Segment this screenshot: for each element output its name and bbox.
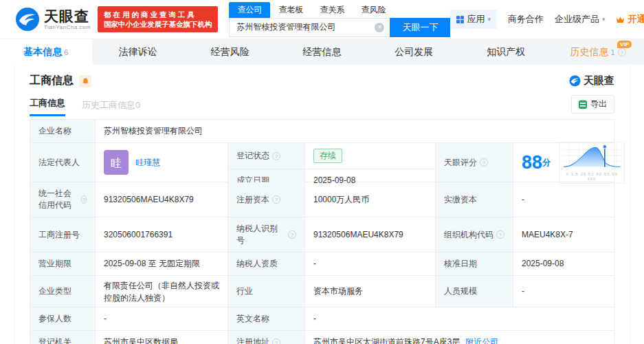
tab-operating-info[interactable]: 经营信息 bbox=[276, 39, 368, 65]
subtab-history-info[interactable]: 历史工商信息0 bbox=[82, 99, 140, 116]
menu-business-label: 商务合作 bbox=[508, 13, 544, 25]
paid-capital-value: - bbox=[513, 182, 614, 217]
field-label: 统一社会信用代码 bbox=[30, 182, 96, 217]
help-icon[interactable] bbox=[480, 158, 488, 166]
org-code-value: MAEU4K8X-7 bbox=[513, 217, 614, 252]
nearby-companies-link[interactable]: 附近公司 bbox=[465, 336, 498, 344]
export-button[interactable]: 导出 bbox=[571, 95, 614, 114]
menu-apps-label: 应用 bbox=[467, 13, 485, 25]
field-label: 纳税人识别号 bbox=[228, 217, 305, 252]
menu-enterprise-products[interactable]: 企业级产品 ▾ bbox=[555, 13, 606, 25]
help-icon[interactable] bbox=[288, 230, 296, 239]
search-tab-risk[interactable]: 查风险 bbox=[353, 2, 394, 18]
help-icon[interactable] bbox=[618, 48, 626, 56]
main-content: 工商信息 天眼查 工商信息 历史工商信息0 导出 企业名称 苏州智核投资管理有限… bbox=[0, 65, 644, 344]
score-axis-ticks: 0 1 5 25 50 80 95 99 100 bbox=[562, 172, 622, 183]
help-icon[interactable] bbox=[272, 338, 280, 344]
taxpayer-id-value: 91320506MAEU4K8X79 bbox=[305, 217, 436, 252]
tab-company-development[interactable]: 公司发展 bbox=[368, 39, 460, 65]
menu-business-coop[interactable]: 商务合作 bbox=[508, 13, 544, 25]
search-area: 查公司 查老板 查关系 查风险 天眼一下 bbox=[229, 2, 450, 37]
search-tab-company[interactable]: 查公司 bbox=[229, 2, 270, 18]
score-cell[interactable]: 88 分 bbox=[513, 143, 633, 182]
tab-legal-label: 法律诉讼 bbox=[119, 46, 157, 58]
staff-size-value: - bbox=[513, 276, 614, 307]
reg-address-label: 注册地址 bbox=[236, 336, 269, 344]
field-label: 工商注册号 bbox=[30, 217, 96, 252]
taxpayer-id-label: 纳税人识别号 bbox=[236, 223, 285, 246]
promo-banner: 都在用的商业查询工具 国家中小企业发展子基金旗下机构 bbox=[98, 6, 219, 32]
field-label: 企业名称 bbox=[30, 120, 96, 142]
tab-basic-info-count: 6 bbox=[64, 48, 68, 56]
section-title: 工商信息 bbox=[30, 74, 74, 88]
table-row: 工商注册号 320506001766391 纳税人识别号 91320506MAE… bbox=[30, 217, 614, 252]
tab-operating-label: 经营信息 bbox=[303, 46, 342, 58]
menu-vip-label: 开通会员 bbox=[628, 13, 644, 25]
tab-intellectual-property[interactable]: 知识产权 bbox=[460, 39, 552, 65]
avatar[interactable]: 眭 bbox=[104, 150, 129, 175]
help-icon[interactable] bbox=[272, 152, 280, 160]
field-label: 核准日期 bbox=[436, 252, 513, 275]
reg-address-value: 苏州市吴中区太湖街道前珠路7号A座3层 bbox=[313, 336, 460, 344]
search-tabs: 查公司 查老板 查关系 查风险 bbox=[229, 2, 450, 18]
help-icon[interactable] bbox=[81, 195, 87, 204]
menu-open-vip[interactable]: 开通会员 ▾ bbox=[616, 13, 644, 25]
tianyancha-logo[interactable]: 天眼查 TianYanCha.com bbox=[15, 7, 91, 32]
status-badge: 存续 bbox=[313, 149, 342, 163]
business-term-value: 2025-09-08 至 无固定期限 bbox=[96, 252, 228, 275]
tab-development-label: 公司发展 bbox=[395, 46, 433, 58]
tab-history-label: 历史信息 bbox=[570, 46, 609, 58]
search-tab-boss[interactable]: 查老板 bbox=[270, 2, 311, 18]
menu-apps[interactable]: 应用 ▾ bbox=[450, 10, 497, 29]
chevron-down-icon: ▾ bbox=[487, 16, 491, 23]
tab-basic-info[interactable]: 基本信息 6 bbox=[0, 39, 92, 65]
company-nav: 基本信息 6 法律诉讼 经营风险 经营信息 公司发展 知识产权 VIP 历史信息… bbox=[0, 39, 644, 65]
table-row: 营业期限 2025-09-08 至 无固定期限 纳税人资质 - 核准日期 202… bbox=[30, 252, 614, 276]
legal-rep-link[interactable]: 眭瑾慧 bbox=[135, 157, 160, 169]
search-button[interactable]: 天眼一下 bbox=[390, 18, 450, 37]
tianyancha-logo-icon bbox=[15, 7, 40, 32]
field-label: 登记机关 bbox=[30, 331, 96, 344]
menu-enterprise-label: 企业级产品 bbox=[555, 13, 599, 25]
subtab-current-info[interactable]: 工商信息 bbox=[30, 97, 65, 116]
table-row: 统一社会信用代码 91320506MAEU4K8X79 注册资本 10000万人… bbox=[30, 182, 614, 217]
reg-capital-value: 10000万人民币 bbox=[305, 182, 436, 217]
monitor-bell-button[interactable] bbox=[79, 75, 91, 87]
tab-risk-label: 经营风险 bbox=[211, 46, 249, 58]
help-icon[interactable] bbox=[496, 230, 504, 239]
company-info-table: 企业名称 苏州智核投资管理有限公司 法定代表人 眭 眭瑾慧 登记状态 存续 bbox=[30, 119, 614, 344]
table-row: 企业名称 苏州智核投资管理有限公司 bbox=[30, 120, 614, 143]
banner-line2: 国家中小企业发展子基金旗下机构 bbox=[104, 19, 212, 29]
tianyancha-logo-icon bbox=[569, 75, 581, 87]
field-label: 组织机构代码 bbox=[436, 217, 513, 252]
company-type-value: 有限责任公司（非自然人投资或控股的法人独资） bbox=[96, 276, 228, 307]
field-label: 实缴资本 bbox=[436, 182, 513, 217]
company-name-value: 苏州智核投资管理有限公司 bbox=[96, 120, 614, 142]
clear-search-icon[interactable] bbox=[375, 23, 384, 32]
table-row: 参保人数 - 英文名称 - bbox=[30, 308, 614, 331]
tab-operating-risk[interactable]: 经营风险 bbox=[184, 39, 276, 65]
reg-number-value: 320506001766391 bbox=[96, 217, 228, 252]
tab-basic-info-label: 基本信息 bbox=[23, 46, 62, 58]
tab-legal-proceedings[interactable]: 法律诉讼 bbox=[92, 39, 184, 65]
search-input[interactable] bbox=[229, 18, 390, 37]
field-label: 纳税人资质 bbox=[228, 252, 305, 275]
help-icon[interactable] bbox=[272, 195, 280, 204]
reg-status-cell: 存续 bbox=[305, 143, 436, 169]
field-label: 企业类型 bbox=[30, 276, 96, 307]
vip-badge: VIP bbox=[617, 41, 632, 48]
tab-ip-label: 知识产权 bbox=[487, 46, 525, 58]
top-header: 天眼查 TianYanCha.com 都在用的商业查询工具 国家中小企业发展子基… bbox=[0, 0, 644, 39]
reg-address-cell: 苏州市吴中区太湖街道前珠路7号A座3层 附近公司 bbox=[305, 331, 614, 344]
english-name-value: - bbox=[305, 308, 614, 330]
reg-authority-value: 苏州市吴中区数据局 bbox=[96, 331, 228, 344]
top-menu: 应用 ▾ 商务合作 企业级产品 ▾ 开通会员 ▾ 费米 ▾ bbox=[450, 10, 644, 29]
field-label: 英文名称 bbox=[228, 308, 305, 330]
score-value: 88 bbox=[522, 153, 542, 172]
credit-code-value: 91320506MAEU4K8X79 bbox=[96, 182, 228, 217]
apps-grid-icon bbox=[456, 16, 464, 23]
search-tab-relation[interactable]: 查关系 bbox=[311, 2, 353, 18]
field-label: 人员规模 bbox=[436, 276, 513, 307]
field-label: 登记状态 bbox=[228, 143, 305, 169]
tab-history-info[interactable]: VIP 历史信息 1 bbox=[552, 39, 644, 65]
